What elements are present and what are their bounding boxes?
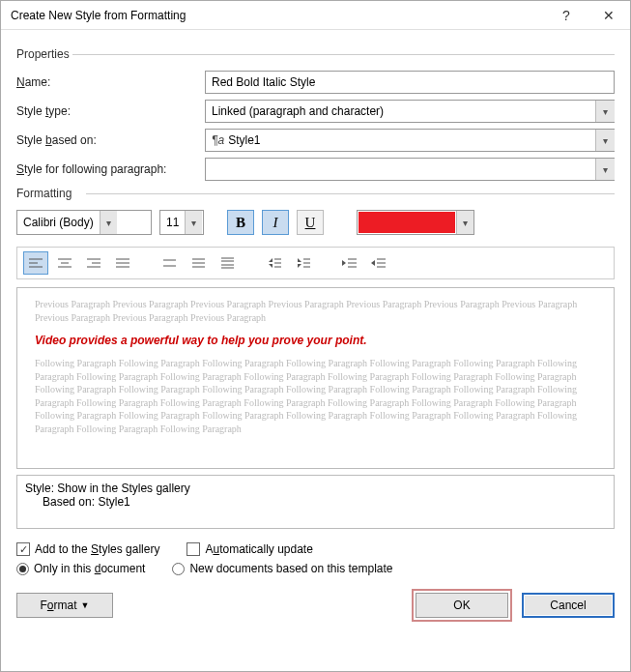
style-based-on-select[interactable]: ¶aStyle1 ▾ — [205, 129, 615, 152]
preview-following-text: Following Paragraph Following Paragraph … — [35, 357, 596, 435]
style-following-select[interactable]: ▾ — [205, 158, 615, 181]
svg-marker-35 — [371, 260, 375, 266]
align-right-button[interactable] — [81, 251, 106, 275]
line-spacing-1-5-button[interactable] — [186, 251, 211, 275]
style-type-label: Style type: — [16, 104, 205, 118]
increase-indent-button[interactable] — [365, 251, 390, 275]
chevron-down-icon: ▾ — [595, 130, 615, 151]
italic-button[interactable]: I — [262, 210, 289, 235]
properties-section-label: Properties — [16, 47, 615, 61]
style-based-on-label: Style based on: — [16, 133, 205, 147]
space-before-decrease-button[interactable] — [290, 251, 315, 275]
help-button[interactable]: ? — [545, 1, 588, 30]
font-combo[interactable]: Calibri (Body)▾ — [16, 210, 152, 235]
svg-marker-26 — [298, 258, 301, 262]
dialog-title: Create New Style from Formatting — [11, 9, 545, 22]
svg-marker-27 — [298, 264, 301, 268]
formatting-section-label: Formatting — [16, 187, 615, 200]
line-spacing-1-button[interactable] — [157, 251, 182, 275]
automatically-update-label: Automatically update — [205, 542, 312, 556]
ok-button-highlight: OK — [412, 589, 512, 622]
style-description-line1: Style: Show in the Styles gallery — [25, 482, 606, 495]
bold-button[interactable]: B — [227, 210, 254, 235]
font-size-combo[interactable]: 11▾ — [159, 210, 204, 235]
chevron-down-icon: ▾ — [595, 159, 615, 180]
new-documents-label: New documents based on this template — [189, 562, 392, 575]
preview-pane: Previous Paragraph Previous Paragraph Pr… — [16, 287, 615, 469]
cancel-button[interactable]: Cancel — [522, 593, 615, 618]
svg-marker-21 — [269, 258, 272, 262]
paragraph-toolbar — [16, 247, 615, 279]
ok-button[interactable]: OK — [416, 593, 508, 618]
name-input[interactable] — [205, 71, 615, 94]
only-this-document-label: Only in this document — [34, 562, 145, 575]
svg-marker-22 — [269, 264, 272, 268]
align-center-button[interactable] — [52, 251, 77, 275]
format-button[interactable]: Format▼ — [16, 593, 113, 618]
style-following-label: Style for following paragraph: — [16, 162, 205, 176]
new-documents-radio[interactable]: New documents based on this template — [172, 562, 392, 575]
add-to-gallery-label: Add to the Styles gallery — [35, 542, 159, 556]
automatically-update-checkbox[interactable]: Automatically update — [186, 542, 312, 556]
close-button[interactable]: ✕ — [588, 1, 630, 30]
line-spacing-2-button[interactable] — [215, 251, 240, 275]
font-color-combo[interactable]: ▾ — [357, 210, 474, 235]
align-left-button[interactable] — [23, 251, 48, 275]
color-swatch — [359, 212, 455, 233]
preview-sample-text: Video provides a powerful way to help yo… — [35, 334, 596, 347]
chevron-down-icon: ▾ — [595, 101, 615, 122]
style-description: Style: Show in the Styles gallery Based … — [16, 475, 615, 529]
style-type-select[interactable]: Linked (paragraph and character) ▾ — [205, 100, 615, 123]
name-label: Name: — [16, 75, 205, 89]
preview-previous-text: Previous Paragraph Previous Paragraph Pr… — [35, 298, 596, 324]
chevron-down-icon: ▾ — [185, 211, 202, 234]
chevron-down-icon: ▾ — [456, 211, 473, 234]
chevron-down-icon: ▾ — [100, 211, 117, 234]
decrease-indent-button[interactable] — [336, 251, 361, 275]
style-description-line2: Based on: Style1 — [25, 495, 606, 509]
title-bar: Create New Style from Formatting ? ✕ — [1, 1, 630, 30]
align-justify-button[interactable] — [110, 251, 135, 275]
space-before-increase-button[interactable] — [261, 251, 286, 275]
underline-button[interactable]: U — [297, 210, 324, 235]
only-this-document-radio[interactable]: Only in this document — [16, 562, 145, 575]
svg-marker-31 — [342, 260, 346, 266]
add-to-gallery-checkbox[interactable]: ✓ Add to the Styles gallery — [16, 542, 159, 556]
